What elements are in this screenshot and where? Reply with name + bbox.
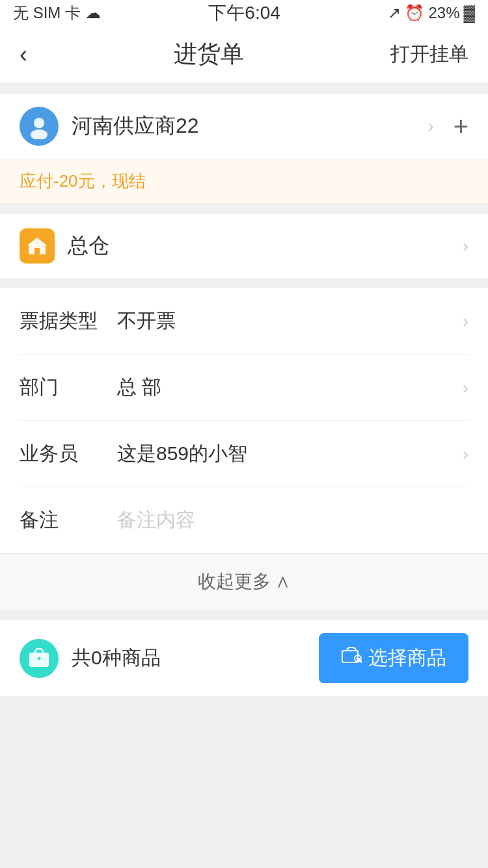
invoice-type-chevron-icon: › bbox=[463, 311, 468, 332]
status-bar-left: 无 SIM 卡 ☁ bbox=[13, 3, 101, 23]
warehouse-name: 总仓 bbox=[68, 232, 463, 260]
svg-rect-4 bbox=[34, 248, 40, 254]
battery-level: 23% bbox=[428, 4, 459, 22]
supplier-row[interactable]: 河南供应商22 › + bbox=[0, 94, 488, 159]
department-label: 部门 bbox=[20, 374, 111, 401]
product-count-label: 共0种商品 bbox=[72, 645, 319, 671]
supplier-name: 河南供应商22 bbox=[72, 112, 427, 141]
nav-bar: ‹ 进货单 打开挂单 bbox=[0, 26, 488, 83]
invoice-type-value: 不开票 bbox=[111, 308, 463, 334]
select-product-icon bbox=[341, 645, 362, 671]
svg-point-0 bbox=[34, 118, 44, 128]
warehouse-card: 总仓 › bbox=[0, 214, 488, 278]
alarm-icon: ⏰ bbox=[405, 4, 424, 22]
warehouse-row[interactable]: 总仓 › bbox=[0, 214, 488, 278]
top-separator bbox=[0, 83, 488, 94]
product-bar: 共0种商品 选择商品 bbox=[0, 620, 488, 696]
svg-point-1 bbox=[31, 129, 47, 139]
status-bar-right: ↗ ⏰ 23% ▓ bbox=[388, 4, 475, 22]
add-supplier-button[interactable]: + bbox=[454, 112, 468, 141]
collapse-button[interactable]: 收起更多 ∧ bbox=[0, 553, 488, 610]
remarks-label: 备注 bbox=[20, 507, 111, 534]
sim-indicator: 无 SIM 卡 ☁ bbox=[13, 3, 101, 23]
svg-marker-3 bbox=[27, 237, 47, 245]
form-separator bbox=[0, 278, 488, 288]
department-row[interactable]: 部门 总 部 › bbox=[0, 355, 488, 420]
remarks-placeholder: 备注内容 bbox=[111, 507, 468, 534]
bottom-filler bbox=[0, 696, 488, 868]
invoice-type-label: 票据类型 bbox=[20, 308, 111, 334]
salesperson-row[interactable]: 业务员 这是859的小智 › bbox=[0, 421, 488, 487]
status-bar: 无 SIM 卡 ☁ 下午6:04 ↗ ⏰ 23% ▓ bbox=[0, 0, 488, 26]
department-chevron-icon: › bbox=[463, 377, 468, 398]
select-product-label: 选择商品 bbox=[368, 645, 446, 671]
warehouse-chevron-icon: › bbox=[463, 236, 468, 256]
remarks-row[interactable]: 备注 备注内容 bbox=[0, 487, 488, 553]
location-icon: ↗ bbox=[388, 4, 401, 22]
salesperson-label: 业务员 bbox=[20, 441, 111, 467]
select-product-button[interactable]: 选择商品 bbox=[319, 633, 468, 683]
product-icon bbox=[20, 639, 59, 678]
invoice-type-row[interactable]: 票据类型 不开票 › bbox=[0, 288, 488, 354]
department-value: 总 部 bbox=[111, 374, 463, 401]
warehouse-separator bbox=[0, 204, 488, 214]
battery-icon: ▓ bbox=[464, 4, 476, 22]
open-pending-button[interactable]: 打开挂单 bbox=[390, 41, 468, 68]
supplier-chevron-icon: › bbox=[427, 116, 433, 137]
page-title: 进货单 bbox=[174, 38, 244, 70]
supplier-card: 河南供应商22 › + 应付-20元，现结 bbox=[0, 94, 488, 204]
warehouse-icon bbox=[20, 228, 55, 264]
salesperson-value: 这是859的小智 bbox=[111, 441, 463, 467]
back-button[interactable]: ‹ bbox=[20, 41, 27, 68]
salesperson-chevron-icon: › bbox=[463, 444, 468, 465]
status-bar-time: 下午6:04 bbox=[208, 1, 280, 25]
supplier-avatar bbox=[20, 107, 59, 146]
form-section: 票据类型 不开票 › 部门 总 部 › 业务员 这是859的小智 › 备注 备注… bbox=[0, 288, 488, 610]
svg-rect-7 bbox=[38, 657, 40, 660]
supplier-notice: 应付-20元，现结 bbox=[0, 159, 488, 204]
